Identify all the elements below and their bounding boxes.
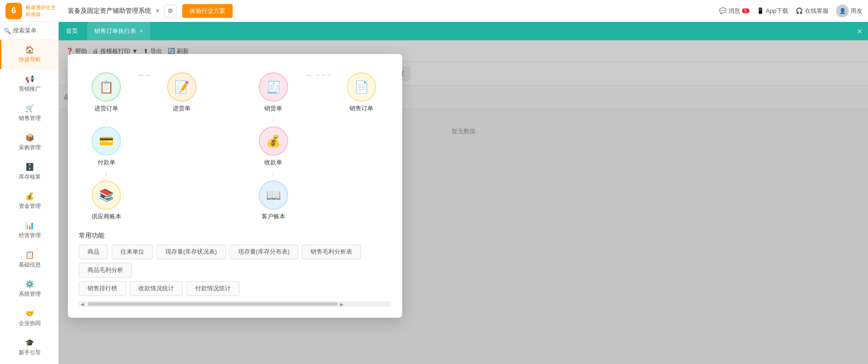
arrow-down-2: ↓	[104, 169, 108, 178]
flow-node-sales-order: 📄 销售订单	[334, 72, 389, 113]
purchase-order-icon: 📋	[92, 72, 121, 102]
tab-home[interactable]: 首页	[59, 22, 85, 40]
sidebar-item-marketing[interactable]: 📢 营销推广	[0, 69, 58, 98]
payment-icon: 💳	[92, 126, 121, 156]
customer-ledger-icon: 📖	[259, 180, 288, 210]
sidebar-search[interactable]: 🔍 搜索菜单	[0, 22, 58, 40]
func-button[interactable]: 商品	[79, 244, 108, 259]
sidebar-icon-enterprise: 🤝	[25, 309, 34, 318]
flow-node-purchase-order: 📋 进货订单	[79, 72, 134, 113]
flow-node-payment: 💳 付款单	[79, 126, 134, 167]
flow-node-sales-bill: 🧾 销货单	[246, 72, 301, 113]
quick-nav-modal: 📋 进货订单 ↓ 💳 付款单 ↓ 📚	[68, 54, 402, 318]
sidebar-item-newbie[interactable]: 🎓 新手引导	[0, 333, 58, 362]
sidebar-label-marketing: 营销推广	[19, 85, 41, 93]
sidebar-label-system: 系统管理	[19, 290, 41, 298]
func-button[interactable]: 付款情况统计	[186, 281, 240, 296]
func-button[interactable]: 商品毛利分析	[79, 263, 132, 277]
supplier-ledger-icon: 📚	[92, 180, 121, 210]
sales-bill-icon: 🧾	[259, 72, 288, 102]
sidebar-label-enterprise: 企业协同	[19, 320, 41, 327]
flow-node-receipt: 💰 收款单	[246, 126, 301, 167]
sidebar-label-operation: 经营管理	[19, 232, 41, 239]
sidebar-item-finance[interactable]: 💰 资金管理	[0, 186, 58, 216]
common-functions: 常用功能 商品往来单位现存量(库存状况表)现存量(库存分布表)销售毛利分析表商品…	[79, 232, 391, 296]
sidebar-item-purchase[interactable]: 📦 采购管理	[0, 128, 58, 157]
purchase-bill-icon: 📝	[167, 72, 197, 102]
sidebar-label-basic: 基础信息	[19, 261, 41, 269]
arrow-down-4: ↓	[272, 169, 275, 178]
sidebar-label-inventory: 库存核算	[19, 173, 41, 181]
sidebar-icon-finance: 💰	[25, 192, 34, 201]
func-button[interactable]: 销售排行榜	[79, 281, 126, 296]
page-content: ❓ 帮助 🖨 按模板打印 ▼ ⬆ 导出 🔄 刷新	[59, 40, 868, 364]
modal-overlay[interactable]: 📋 进货订单 ↓ 💳 付款单 ↓ 📚	[59, 40, 868, 364]
common-func-title: 常用功能	[79, 232, 391, 240]
content-area: 首页 销售订单执行表 × ✕ ❓ 帮助 🖨 按模板打印	[59, 22, 868, 364]
func-button[interactable]: 销售毛利分析表	[302, 244, 361, 259]
user-menu[interactable]: 👤 用友	[836, 5, 863, 17]
arrow-down-3: ↓	[272, 115, 275, 124]
headset-icon: 🎧	[796, 7, 803, 14]
system-title: 装备及固定资产辅助管理系统 ▼	[68, 7, 160, 15]
tab-close-main-icon[interactable]: ✕	[857, 27, 863, 36]
sidebar-icon-basic: 📋	[25, 250, 34, 259]
logo-text: 畅康通好生意 标准版	[26, 4, 56, 17]
message-icon: 💬	[719, 7, 726, 14]
tab-bar: 首页 销售订单执行表 × ✕	[59, 22, 868, 40]
sidebar-icon-inventory: 🗄️	[25, 163, 34, 171]
sidebar-icon-operation: 📊	[25, 221, 34, 230]
sidebar-icon-marketing: 📢	[25, 75, 34, 83]
sidebar-icon-sales: 🛒	[25, 104, 34, 113]
receipt-icon: 💰	[259, 126, 288, 156]
dropdown-arrow-icon[interactable]: ▼	[155, 8, 160, 14]
sidebar-item-inventory[interactable]: 🗄️ 库存核算	[0, 157, 58, 186]
sidebar-label-sales: 销售管理	[19, 114, 41, 122]
flow-node-supplier-ledger: 📚 供应商账本	[79, 180, 134, 221]
sidebar-label-purchase: 采购管理	[19, 144, 41, 152]
message-button[interactable]: 💬 消息 5	[719, 7, 749, 15]
func-button[interactable]: 往来单位	[112, 244, 153, 259]
sidebar-icon-newbie: 🎓	[25, 338, 34, 347]
app-download-icon: 📱	[757, 7, 764, 14]
arrow-down-1: ↓	[104, 115, 108, 124]
logo-area: 6 畅康通好生意 标准版	[5, 3, 64, 19]
sidebar-item-quick-nav[interactable]: 🏠 快捷导航	[0, 40, 58, 69]
scroll-right-icon[interactable]: ▶	[338, 302, 345, 307]
system-name: 装备及固定资产辅助管理系统	[68, 7, 151, 15]
sidebar-label-finance: 资金管理	[19, 202, 41, 210]
sidebar-icon-quick-nav: 🏠	[25, 45, 34, 54]
app-download-button[interactable]: 📱 App下载	[757, 7, 788, 15]
sidebar-label-quick-nav: 快捷导航	[19, 56, 41, 64]
logo-icon: 6	[5, 3, 22, 19]
sidebar-label-newbie: 新手引导	[19, 349, 41, 357]
scroll-left-icon[interactable]: ◀	[79, 302, 86, 307]
sidebar-item-system[interactable]: ⚙️ 系统管理	[0, 274, 58, 304]
flow-node-purchase-bill: 📝 进货单	[154, 72, 209, 113]
func-button[interactable]: 现存量(库存分布表)	[229, 244, 299, 259]
scroll-thumb[interactable]	[88, 302, 338, 306]
tab-sales-order[interactable]: 销售订单执行表 ×	[87, 22, 150, 40]
sidebar-icon-purchase: 📦	[25, 133, 34, 142]
tab-close-icon[interactable]: ×	[140, 28, 143, 34]
message-badge: 5	[742, 8, 749, 13]
sidebar: 🔍 搜索菜单 🏠 快捷导航 📢 营销推广 🛒 销售管理 📦 采购管理 🗄️ 库存…	[0, 22, 59, 364]
arrow-right-1: - - - →	[136, 70, 153, 80]
sidebar-item-enterprise[interactable]: 🤝 企业协同	[0, 304, 58, 333]
avatar: 👤	[836, 5, 849, 17]
experience-button[interactable]: 体验行业方案	[182, 4, 233, 18]
func-button[interactable]: 现存量(库存状况表)	[157, 244, 226, 259]
gear-button[interactable]: ⚙	[164, 5, 177, 17]
sales-order-icon: 📄	[347, 72, 376, 102]
sidebar-item-basic[interactable]: 📋 基础信息	[0, 245, 58, 274]
top-right-area: 💬 消息 5 📱 App下载 🎧 在线客服 👤 用友	[719, 5, 863, 17]
func-button[interactable]: 收款情况统计	[130, 281, 183, 296]
sidebar-item-operation[interactable]: 📊 经营管理	[0, 216, 58, 245]
online-service-button[interactable]: 🎧 在线客服	[796, 7, 829, 15]
sidebar-item-sales[interactable]: 🛒 销售管理	[0, 98, 58, 128]
flow-node-customer-ledger: 📖 客户账本	[246, 180, 301, 221]
search-icon: 🔍	[4, 27, 11, 34]
flow-diagram: 📋 进货订单 ↓ 💳 付款单 ↓ 📚	[79, 65, 391, 224]
sidebar-icon-system: ⚙️	[25, 280, 34, 288]
modal-scrollbar[interactable]: ◀ ▶	[79, 301, 391, 307]
